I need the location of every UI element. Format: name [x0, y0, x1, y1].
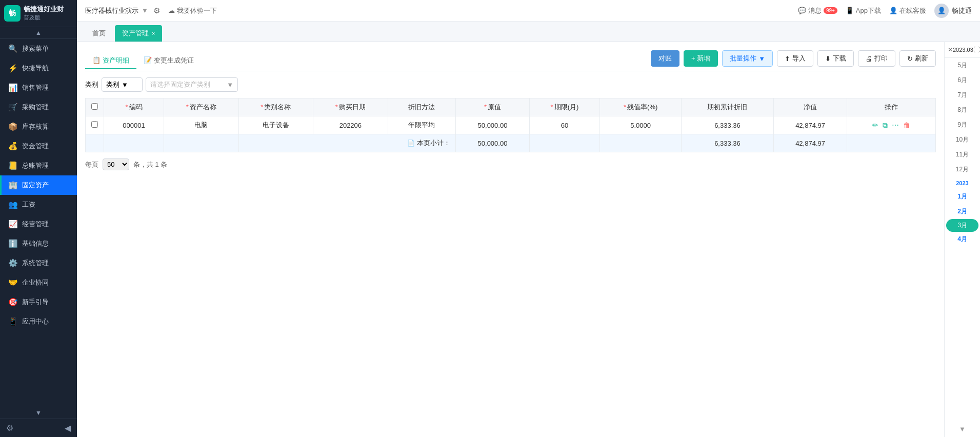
- tab-home[interactable]: 首页: [85, 25, 113, 42]
- sidebar-item-cooperation[interactable]: 🤝 企业协同: [0, 273, 77, 292]
- month-4[interactable]: 4月: [945, 232, 980, 247]
- sidebar-item-app-center[interactable]: 📱 应用中心: [0, 312, 77, 331]
- table-header-row: *编码 *资产名称 *类别名称 *购买日期 折旧方法: [86, 98, 936, 116]
- sidebar-item-payroll[interactable]: 👥 工资: [0, 195, 77, 214]
- cooperation-icon: 🤝: [8, 278, 18, 287]
- settings-gear-icon[interactable]: ⚙: [153, 6, 160, 15]
- content: 📋 资产明细 📝 变更生成凭证 对账 + 新增 批量操作 ▼ ⬆: [77, 42, 980, 437]
- cell-code: 000001: [104, 116, 164, 134]
- sidebar-item-label: 搜索菜单: [22, 44, 49, 53]
- download-label: 下载: [833, 54, 846, 63]
- category-select[interactable]: 类别 ▼: [102, 77, 143, 92]
- month-3-active[interactable]: 3月: [946, 219, 978, 232]
- month-9[interactable]: 9月: [945, 117, 980, 132]
- more-icon[interactable]: ⋯: [892, 121, 899, 129]
- month-11[interactable]: 11月: [945, 147, 980, 162]
- delete-icon[interactable]: 🗑: [903, 121, 910, 129]
- sidebar-header: 畅 畅捷通好业财 普及版: [0, 0, 77, 27]
- tab-asset-mgmt-label: 资产管理: [122, 29, 149, 38]
- month-2[interactable]: 2月: [945, 204, 980, 219]
- messages-badge: 99+: [824, 7, 837, 14]
- category-placeholder: 请选择固定资产类别: [150, 80, 210, 89]
- page-content: 📋 资产明细 📝 变更生成凭证 对账 + 新增 批量操作 ▼ ⬆: [77, 42, 944, 437]
- guide-icon: 🎯: [8, 297, 18, 307]
- row-select-checkbox[interactable]: [91, 121, 98, 128]
- select-all-checkbox[interactable]: [91, 103, 98, 110]
- sub-tabs: 📋 资产明细 📝 变更生成凭证 对账 + 新增 批量操作 ▼ ⬆: [85, 50, 936, 71]
- page-size-select[interactable]: 50 100 200: [103, 158, 129, 170]
- download-icon: ⬇: [825, 55, 831, 63]
- sidebar-scroll-down[interactable]: ▼: [35, 409, 42, 416]
- company-selector[interactable]: 医疗器械行业演示 ▼: [85, 6, 148, 15]
- month-6[interactable]: 6月: [945, 73, 980, 88]
- category-filter: 类别 类别 ▼ 请选择固定资产类别 ▼: [85, 77, 238, 92]
- panel-expand-icon[interactable]: ⛶: [973, 46, 979, 53]
- settings-icon[interactable]: ⚙: [6, 423, 13, 433]
- sidebar-item-label: 新手引导: [22, 297, 49, 307]
- filter-left: 类别 类别 ▼ 请选择固定资产类别 ▼: [85, 77, 238, 92]
- sidebar-item-basic-info[interactable]: ℹ️ 基础信息: [0, 234, 77, 253]
- panel-bottom-down-icon[interactable]: ▼: [955, 421, 970, 437]
- cell-action: ✏ ⧉ ⋯ 🗑: [847, 116, 936, 134]
- month-12[interactable]: 12月: [945, 162, 980, 177]
- category-type-select[interactable]: 请选择固定资产类别 ▼: [146, 77, 238, 92]
- month-5[interactable]: 5月: [945, 58, 980, 73]
- sidebar-item-inventory[interactable]: 📦 库存核算: [0, 117, 77, 136]
- col-code: *编码: [104, 98, 164, 116]
- sidebar-item-fixed-assets[interactable]: 🏢 固定资产: [0, 175, 77, 195]
- panel-close-icon[interactable]: ✕: [948, 46, 953, 53]
- month-7[interactable]: 7月: [945, 88, 980, 103]
- online-support-button[interactable]: 👤 在线客服: [889, 6, 926, 15]
- tab-close-icon[interactable]: ×: [152, 30, 155, 36]
- refresh-button[interactable]: ↻ 刷新: [899, 50, 936, 67]
- system-icon: ⚙️: [8, 259, 18, 268]
- new-button[interactable]: + 新增: [684, 50, 718, 67]
- inventory-icon: 📦: [8, 122, 18, 131]
- user-info: 👤 畅捷通: [934, 4, 972, 18]
- sub-tab-change-voucher[interactable]: 📝 变更生成凭证: [136, 53, 201, 69]
- sidebar-item-guide[interactable]: 🎯 新手引导: [0, 292, 77, 312]
- sidebar-item-general-ledger[interactable]: 📒 总账管理: [0, 156, 77, 175]
- refresh-icon: ↻: [907, 55, 913, 63]
- edit-icon[interactable]: ✏: [872, 121, 878, 129]
- col-residual-rate: *残值率(%): [600, 98, 682, 116]
- import-button[interactable]: ⬆ 导入: [777, 50, 813, 67]
- feedback-button[interactable]: ☁ 我要体验一下: [168, 6, 217, 15]
- dropdown-arrow-icon: ▼: [227, 81, 233, 89]
- change-voucher-icon: 📝: [144, 56, 152, 64]
- filter-toolbar: 类别 类别 ▼ 请选择固定资产类别 ▼: [85, 77, 936, 92]
- sidebar-scroll-up[interactable]: ▲: [35, 29, 42, 36]
- app-download-label: App下载: [856, 6, 881, 15]
- sidebar-item-label: 工资: [22, 200, 35, 209]
- download-button[interactable]: ⬇ 下载: [817, 50, 854, 67]
- sidebar-item-system[interactable]: ⚙️ 系统管理: [0, 253, 77, 273]
- month-1[interactable]: 1月: [945, 189, 980, 204]
- sidebar-item-sales[interactable]: 📊 销售管理: [0, 78, 77, 97]
- batch-operations-button[interactable]: 批量操作 ▼: [722, 50, 773, 67]
- messages-button[interactable]: 💬 消息 99+: [798, 6, 837, 15]
- sidebar-item-fund[interactable]: 💰 资金管理: [0, 136, 77, 156]
- col-accumulated-depreciation: 期初累计折旧: [681, 98, 773, 116]
- print-button[interactable]: 🖨 打印: [858, 50, 895, 67]
- col-net-value: 净值: [773, 98, 847, 116]
- month-8[interactable]: 8月: [945, 103, 980, 117]
- cell-category: 电子设备: [238, 116, 313, 134]
- month-10[interactable]: 10月: [945, 132, 980, 147]
- tab-asset-mgmt[interactable]: 资产管理 ×: [115, 25, 162, 42]
- sidebar-item-label: 总账管理: [22, 161, 49, 170]
- ledger-icon: 📒: [8, 161, 18, 170]
- sidebar-item-quick-nav[interactable]: ⚡ 快捷导航: [0, 58, 77, 78]
- copy-icon[interactable]: ⧉: [883, 121, 888, 130]
- app-name: 畅捷通好业财: [24, 5, 64, 14]
- sidebar-item-search[interactable]: 🔍 搜索菜单: [0, 39, 77, 58]
- sidebar-item-operations[interactable]: 📈 经营管理: [0, 214, 77, 234]
- sidebar-item-purchase[interactable]: 🛒 采购管理: [0, 97, 77, 117]
- avatar: 👤: [934, 4, 949, 18]
- basic-info-icon: ℹ️: [8, 239, 18, 248]
- sub-tab-asset-detail[interactable]: 📋 资产明细: [85, 53, 136, 69]
- sidebar-item-label: 系统管理: [22, 259, 49, 268]
- reconcile-button[interactable]: 对账: [651, 50, 679, 67]
- tabbar: 首页 资产管理 ×: [77, 22, 980, 42]
- app-download-button[interactable]: 📱 App下载: [846, 6, 881, 15]
- collapse-sidebar-icon[interactable]: ◀: [65, 423, 71, 433]
